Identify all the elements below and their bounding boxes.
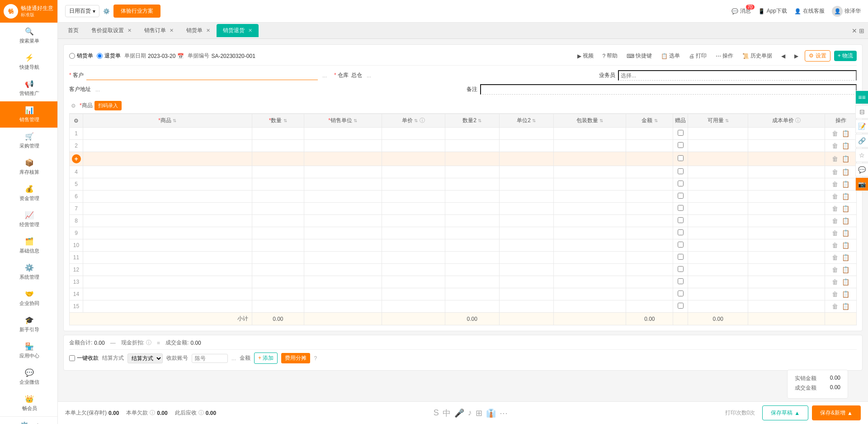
product-cell[interactable] xyxy=(83,288,252,300)
sort-icon-pack[interactable]: ⇅ xyxy=(599,118,603,123)
unit-cell[interactable] xyxy=(304,128,382,140)
qty-cell[interactable] xyxy=(252,264,304,276)
unit2-cell[interactable] xyxy=(499,276,553,288)
product-cell[interactable] xyxy=(83,227,252,239)
qty-cell[interactable] xyxy=(252,300,304,313)
sort-icon-unit[interactable]: ⇅ xyxy=(354,118,357,123)
qty2-cell[interactable] xyxy=(445,152,499,166)
price-cell[interactable] xyxy=(382,191,445,203)
print-button[interactable]: 🖨 打印 xyxy=(686,51,709,61)
sort-icon-qty[interactable]: ⇅ xyxy=(283,118,287,123)
user-profile-button[interactable]: 👤 徐泽华 xyxy=(832,6,861,17)
sidebar-item-finance[interactable]: 💰 资金管理 xyxy=(0,180,57,206)
tab-sales-order[interactable]: 销售订单 ✕ xyxy=(138,24,180,37)
available-cell[interactable] xyxy=(688,276,748,288)
sidebar-item-enterprise[interactable]: 🤝 企业协同 xyxy=(0,285,57,311)
gift-cell[interactable] xyxy=(673,128,688,140)
sidebar-item-operations[interactable]: 📈 经营管理 xyxy=(0,206,57,233)
amount-cell[interactable] xyxy=(626,215,673,227)
radio-return[interactable]: 退货单 xyxy=(97,52,121,60)
product-cell[interactable] xyxy=(83,178,252,191)
copy-row-icon[interactable]: 📋 xyxy=(842,130,849,137)
qty-cell[interactable] xyxy=(252,152,304,166)
delete-row-icon[interactable]: 🗑 xyxy=(832,303,838,310)
qty-cell[interactable] xyxy=(252,166,304,178)
price-cell[interactable] xyxy=(382,166,445,178)
tab-close-sales-price[interactable]: ✕ xyxy=(127,28,132,33)
gift-checkbox[interactable] xyxy=(678,217,684,223)
qty2-cell[interactable] xyxy=(445,178,499,191)
price-cell[interactable] xyxy=(382,227,445,239)
amount-cell[interactable] xyxy=(626,252,673,264)
amount-cell[interactable] xyxy=(626,239,673,252)
amount-cell[interactable] xyxy=(626,191,673,203)
qty2-cell[interactable] xyxy=(445,215,499,227)
delete-row-icon[interactable]: 🗑 xyxy=(832,242,838,249)
sidebar-item-marketing[interactable]: 📢 营销推广 xyxy=(0,75,57,101)
cost-price-cell[interactable] xyxy=(748,264,825,276)
unit-cell[interactable] xyxy=(304,191,382,203)
unit2-cell[interactable] xyxy=(499,166,553,178)
sort-icon-price[interactable]: ⇅ xyxy=(414,118,418,123)
delete-row-icon[interactable]: 🗑 xyxy=(832,130,838,137)
pack-qty-cell[interactable] xyxy=(553,276,626,288)
delete-row-icon[interactable]: 🗑 xyxy=(832,205,838,212)
sidebar-item-system[interactable]: ⚙️ 系统管理 xyxy=(0,259,57,285)
sidebar-item-purchase[interactable]: 🛒 采购管理 xyxy=(0,128,57,154)
price-cell[interactable] xyxy=(382,288,445,300)
note-button[interactable]: 📝 xyxy=(855,119,868,133)
unit2-cell[interactable] xyxy=(499,128,553,140)
qty-cell[interactable] xyxy=(252,128,304,140)
copy-row-icon[interactable]: 📋 xyxy=(842,229,849,237)
product-cell[interactable] xyxy=(83,166,252,178)
cost-price-cell[interactable] xyxy=(748,152,825,166)
address-dots-button[interactable]: ... xyxy=(95,86,100,93)
shortcut-button[interactable]: ⌨ 快捷键 xyxy=(624,51,655,61)
amount-cell[interactable] xyxy=(626,166,673,178)
unit2-cell[interactable] xyxy=(499,152,553,166)
cost-price-cell[interactable] xyxy=(748,227,825,239)
try-solution-button[interactable]: 体验行业方案 xyxy=(113,5,160,18)
unit-cell[interactable] xyxy=(304,239,382,252)
next-record-button[interactable]: ▶ xyxy=(792,52,801,61)
available-cell[interactable] xyxy=(688,239,748,252)
copy-row-icon[interactable]: 📋 xyxy=(842,254,849,261)
price-cell[interactable] xyxy=(382,276,445,288)
gift-checkbox[interactable] xyxy=(678,181,684,186)
cost-price-cell[interactable] xyxy=(748,215,825,227)
qty2-cell[interactable] xyxy=(445,227,499,239)
amount-cell[interactable] xyxy=(626,276,673,288)
qty2-cell[interactable] xyxy=(445,276,499,288)
unit2-cell[interactable] xyxy=(499,191,553,203)
settings-button[interactable]: ⚙ 设置 xyxy=(805,50,830,62)
qty-cell[interactable] xyxy=(252,239,304,252)
unit-cell[interactable] xyxy=(304,227,382,239)
gift-checkbox[interactable] xyxy=(678,278,684,284)
pack-qty-cell[interactable] xyxy=(553,191,626,203)
delete-row-icon[interactable]: 🗑 xyxy=(832,254,838,261)
tab-close-sales-delivery[interactable]: ✕ xyxy=(206,28,210,33)
amount-cell[interactable] xyxy=(626,152,673,166)
delete-row-icon[interactable]: 🗑 xyxy=(832,278,838,286)
chat-button[interactable]: 💬 xyxy=(855,163,868,176)
amount-cell[interactable] xyxy=(626,227,673,239)
qty-cell[interactable] xyxy=(252,227,304,239)
customer-input[interactable] xyxy=(86,71,318,80)
unit-cell[interactable] xyxy=(304,166,382,178)
product-input[interactable] xyxy=(85,156,250,162)
pack-qty-cell[interactable] xyxy=(553,166,626,178)
cost-price-cell[interactable] xyxy=(748,140,825,152)
calendar-icon[interactable]: 📅 xyxy=(177,53,184,59)
gift-cell[interactable] xyxy=(673,288,688,300)
unit-cell[interactable] xyxy=(304,178,382,191)
sidebar-item-newbie[interactable]: 🎓 新手引导 xyxy=(0,311,57,338)
account-no-input[interactable] xyxy=(192,354,228,363)
sidebar-item-sales[interactable]: 📊 销售管理 xyxy=(0,101,57,128)
sort-icon-qty2[interactable]: ⇅ xyxy=(478,118,481,123)
qty-cell[interactable] xyxy=(252,288,304,300)
link-button[interactable]: 🔗 xyxy=(855,134,868,148)
gift-checkbox[interactable] xyxy=(678,193,684,199)
cost-price-cell[interactable] xyxy=(748,166,825,178)
delete-row-icon[interactable]: 🗑 xyxy=(832,181,838,188)
tab-sales-price[interactable]: 售价提取设置 ✕ xyxy=(85,24,138,37)
